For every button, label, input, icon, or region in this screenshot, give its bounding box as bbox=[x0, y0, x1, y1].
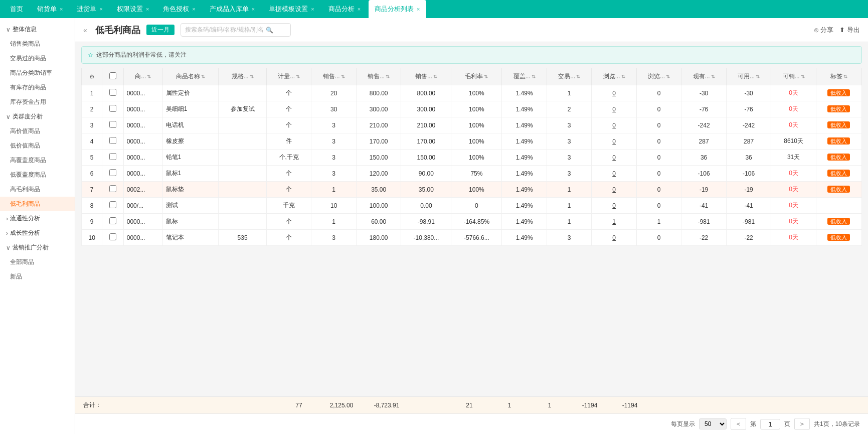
nav-home[interactable]: 首页 bbox=[4, 0, 29, 18]
sidebar-group-overall[interactable]: ∨ 整体信息 bbox=[0, 22, 75, 37]
page-number-input[interactable] bbox=[760, 419, 780, 429]
browse-link[interactable]: 0 bbox=[612, 186, 616, 193]
sidebar-item-in-stock[interactable]: 有库存的商品 bbox=[0, 80, 75, 95]
col-sales-price2[interactable]: 销售...⇅ bbox=[401, 68, 451, 85]
nav-permissions[interactable]: 权限设置 × bbox=[111, 0, 155, 18]
nav-product-analysis-list[interactable]: 商品分析列表 × bbox=[369, 0, 426, 18]
sidebar-item-low-margin[interactable]: 低毛利商品 bbox=[0, 197, 75, 211]
nav-product-analysis[interactable]: 商品分析 × bbox=[322, 0, 367, 18]
col-sellable[interactable]: 可销...⇅ bbox=[771, 68, 816, 85]
sidebar-group-cluster[interactable]: ∨ 类群度分析 bbox=[0, 109, 75, 124]
sidebar-group-flow[interactable]: › 流通性分析 bbox=[0, 211, 75, 226]
col-tag[interactable]: 标签⇅ bbox=[816, 68, 861, 85]
nav-roles[interactable]: 角色授权 × bbox=[157, 0, 201, 18]
col-name[interactable]: 商品名称⇅ bbox=[162, 68, 218, 85]
browse-link[interactable]: 0 bbox=[612, 234, 616, 241]
row-browse1[interactable]: 1 bbox=[592, 214, 636, 230]
col-available[interactable]: 可用...⇅ bbox=[726, 68, 771, 85]
settings-icon[interactable]: ⚙ bbox=[89, 73, 95, 80]
browse-link[interactable]: 0 bbox=[612, 154, 616, 161]
row-checkbox[interactable] bbox=[102, 230, 123, 246]
browse-link[interactable]: 0 bbox=[612, 138, 616, 145]
col-trade[interactable]: 交易...⇅ bbox=[547, 68, 591, 85]
sidebar-group-marketing[interactable]: ∨ 营销推广分析 bbox=[0, 240, 75, 255]
browse-link[interactable]: 0 bbox=[612, 122, 616, 129]
nav-template[interactable]: 单据模板设置 × bbox=[263, 0, 320, 18]
close-icon[interactable]: × bbox=[192, 6, 195, 12]
prev-page-button[interactable]: ＜ bbox=[731, 418, 746, 430]
close-icon[interactable]: × bbox=[146, 6, 149, 12]
row-checkbox[interactable] bbox=[102, 182, 123, 198]
search-box[interactable]: 搜索条码/编码/名称/规格/别名 🔍 bbox=[181, 23, 291, 37]
col-gear[interactable]: ⚙ bbox=[82, 68, 102, 85]
nav-products-in[interactable]: 产成品入库单 × bbox=[204, 0, 261, 18]
next-page-button[interactable]: ＞ bbox=[794, 418, 810, 430]
col-code[interactable]: 商...⇅ bbox=[123, 68, 162, 85]
sidebar-item-traded-products[interactable]: 交易过的商品 bbox=[0, 51, 75, 66]
row-select-checkbox[interactable] bbox=[109, 217, 116, 224]
col-spec[interactable]: 规格...⇅ bbox=[219, 68, 267, 85]
col-unit[interactable]: 计量...⇅ bbox=[266, 68, 311, 85]
browse-link[interactable]: 0 bbox=[612, 90, 616, 97]
filter-tag[interactable]: 近一月 bbox=[146, 25, 175, 35]
row-checkbox[interactable] bbox=[102, 214, 123, 230]
sidebar-item-all-products[interactable]: 全部商品 bbox=[0, 255, 75, 269]
row-checkbox[interactable] bbox=[102, 133, 123, 150]
select-all-checkbox[interactable] bbox=[109, 72, 116, 79]
close-icon[interactable]: × bbox=[358, 6, 361, 12]
row-checkbox[interactable] bbox=[102, 150, 123, 166]
close-icon[interactable]: × bbox=[252, 6, 255, 12]
sidebar-item-high-coverage[interactable]: 高覆盖度商品 bbox=[0, 153, 75, 168]
row-select-checkbox[interactable] bbox=[109, 89, 116, 96]
close-icon[interactable]: × bbox=[311, 6, 314, 12]
sidebar-item-high-margin[interactable]: 高毛利商品 bbox=[0, 182, 75, 197]
browse-link[interactable]: 0 bbox=[612, 202, 616, 209]
row-select-checkbox[interactable] bbox=[109, 233, 116, 240]
row-browse1[interactable]: 0 bbox=[592, 182, 636, 198]
col-browse2[interactable]: 浏览...⇅ bbox=[636, 68, 681, 85]
share-button[interactable]: ⎋ 分享 bbox=[814, 26, 833, 35]
row-select-checkbox[interactable] bbox=[109, 153, 116, 160]
sidebar-item-low-coverage[interactable]: 低覆盖度商品 bbox=[0, 168, 75, 182]
row-select-checkbox[interactable] bbox=[109, 185, 116, 192]
row-checkbox[interactable] bbox=[102, 117, 123, 133]
sidebar-item-stock-funds[interactable]: 库存资金占用 bbox=[0, 95, 75, 109]
browse-link[interactable]: 0 bbox=[612, 170, 616, 177]
search-icon[interactable]: 🔍 bbox=[266, 27, 273, 34]
nav-sales[interactable]: 销货单 × bbox=[31, 0, 69, 18]
browse-link[interactable]: 0 bbox=[612, 106, 616, 113]
row-select-checkbox[interactable] bbox=[109, 201, 116, 208]
row-browse1[interactable]: 0 bbox=[592, 85, 636, 101]
row-checkbox[interactable] bbox=[102, 85, 123, 101]
export-button[interactable]: ⬆ 导出 bbox=[839, 26, 860, 35]
col-sales-qty[interactable]: 销售...⇅ bbox=[311, 68, 356, 85]
row-browse1[interactable]: 0 bbox=[592, 198, 636, 214]
sidebar-item-low-value[interactable]: 低价值商品 bbox=[0, 138, 75, 153]
col-coverage[interactable]: 覆盖...⇅ bbox=[502, 68, 547, 85]
page-size-select[interactable]: 50 100 200 bbox=[699, 418, 727, 429]
col-current-stock[interactable]: 现有...⇅ bbox=[681, 68, 726, 85]
nav-purchase[interactable]: 进货单 × bbox=[71, 0, 108, 18]
row-browse1[interactable]: 0 bbox=[592, 230, 636, 246]
browse-link[interactable]: 1 bbox=[612, 218, 616, 225]
close-icon[interactable]: × bbox=[60, 6, 63, 12]
row-browse1[interactable]: 0 bbox=[592, 133, 636, 150]
close-icon[interactable]: × bbox=[417, 6, 420, 12]
col-margin-rate[interactable]: 毛利率⇅ bbox=[451, 68, 502, 85]
close-icon[interactable]: × bbox=[99, 6, 102, 12]
sidebar-item-high-value[interactable]: 高价值商品 bbox=[0, 124, 75, 138]
row-checkbox[interactable] bbox=[102, 198, 123, 214]
row-select-checkbox[interactable] bbox=[109, 169, 116, 176]
sidebar-group-growth[interactable]: › 成长性分析 bbox=[0, 226, 75, 240]
row-checkbox[interactable] bbox=[102, 101, 123, 117]
row-browse1[interactable]: 0 bbox=[592, 150, 636, 166]
sidebar-item-new-products[interactable]: 新品 bbox=[0, 269, 75, 284]
row-select-checkbox[interactable] bbox=[109, 137, 116, 144]
row-select-checkbox[interactable] bbox=[109, 121, 116, 128]
sidebar-item-sales-products[interactable]: 销售类商品 bbox=[0, 37, 75, 51]
row-select-checkbox[interactable] bbox=[109, 105, 116, 112]
collapse-sidebar-button[interactable]: « bbox=[83, 26, 87, 34]
col-browse1[interactable]: 浏览...⇅ bbox=[592, 68, 636, 85]
row-browse1[interactable]: 0 bbox=[592, 166, 636, 182]
sidebar-item-category-rate[interactable]: 商品分类助销率 bbox=[0, 66, 75, 80]
